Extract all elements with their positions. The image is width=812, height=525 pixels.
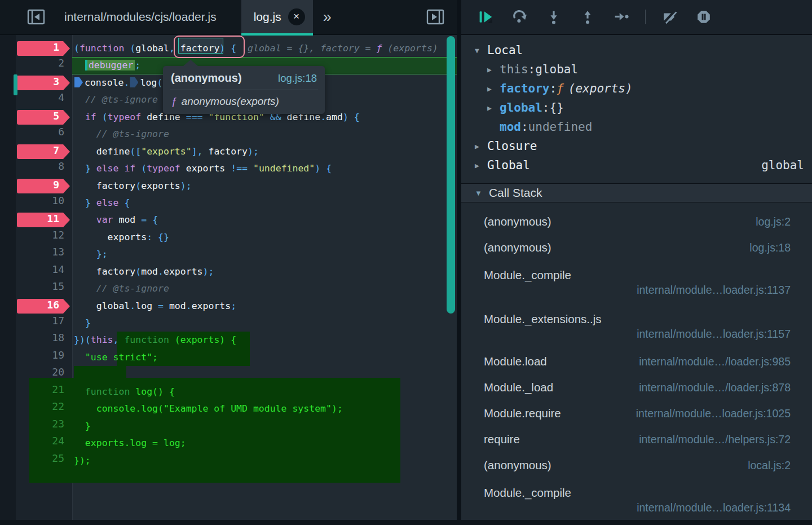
column-breakpoint-icon[interactable] — [130, 77, 138, 87]
call-stack-frame[interactable]: (anonymous)log.js:18 — [461, 235, 812, 261]
line-number[interactable]: 17 — [52, 315, 64, 327]
gutter-cell[interactable]: 25 — [0, 452, 72, 469]
gutter-cell[interactable]: 8 — [0, 160, 72, 177]
column-breakpoint-icon[interactable] — [74, 77, 83, 87]
chevron-right-icon[interactable]: ▶ — [475, 161, 487, 170]
gutter-cell[interactable]: 10 — [0, 195, 72, 211]
line-number[interactable]: 2 — [58, 57, 64, 69]
gutter-cell[interactable]: 12 — [0, 229, 72, 246]
breakpoint-badge[interactable]: 9 — [17, 179, 63, 193]
line-number[interactable]: 19 — [52, 349, 64, 361]
line-number[interactable]: 23 — [52, 418, 64, 430]
gutter-cell[interactable]: 11 — [0, 211, 72, 228]
line-number[interactable]: 21 — [52, 383, 64, 395]
line-number[interactable]: 6 — [58, 126, 64, 138]
line-number[interactable]: 10 — [52, 195, 64, 206]
gutter-cell[interactable]: 19 — [0, 349, 72, 366]
gutter-cell[interactable]: 7 — [0, 143, 72, 160]
breakpoint-badge[interactable]: 11 — [17, 213, 63, 227]
line-number[interactable]: 8 — [58, 160, 64, 172]
token-g: exports.log = log; — [74, 438, 186, 448]
line-number[interactable]: 4 — [58, 91, 64, 103]
breakpoint-badge[interactable]: 16 — [17, 299, 63, 314]
call-stack-frame[interactable]: Module._compileinternal/module…loader.js… — [461, 478, 812, 520]
chevron-right-icon[interactable]: ▶ — [487, 65, 500, 74]
call-stack-frame[interactable]: Module._loadinternal/module…/loader.js:8… — [461, 374, 812, 400]
step-over-icon[interactable] — [512, 10, 528, 24]
token-pl — [203, 146, 209, 157]
close-icon[interactable]: × — [288, 8, 305, 25]
line-number[interactable]: 20 — [52, 366, 64, 378]
chevron-right-icon[interactable]: ▶ — [487, 104, 500, 112]
gutter-cell[interactable]: 24 — [0, 435, 72, 452]
step-out-icon[interactable] — [580, 10, 595, 24]
call-stack-frame[interactable]: Module.loadinternal/module…/loader.js:98… — [461, 348, 812, 374]
gutter-cell[interactable]: 21 — [0, 383, 72, 400]
gutter-cell[interactable]: 23 — [0, 418, 72, 435]
breakpoint-badge[interactable]: 5 — [17, 110, 63, 125]
call-stack-frame[interactable]: Module._extensions..jsinternal/module…lo… — [461, 305, 812, 348]
token-pun: } — [85, 163, 91, 174]
scope-variable-mod[interactable]: mod: undefined — [461, 117, 812, 136]
gutter-cell[interactable]: 13 — [0, 246, 72, 263]
chevron-down-icon[interactable]: ▼ — [475, 46, 487, 55]
line-number[interactable]: 25 — [52, 452, 64, 464]
scope-variable-this[interactable]: ▶this: global — [461, 60, 812, 79]
gutter-cell[interactable]: 14 — [0, 263, 72, 280]
gutter-cell[interactable]: 3 — [0, 74, 72, 91]
editor-scrollbar-thumb[interactable] — [447, 36, 455, 314]
line-number[interactable]: 14 — [52, 263, 64, 275]
pause-on-exceptions-icon[interactable] — [696, 10, 712, 24]
more-tabs-icon[interactable]: » — [323, 10, 332, 25]
scope-section-closure[interactable]: ▶Closure — [461, 136, 812, 156]
line-number[interactable]: 15 — [52, 280, 64, 292]
breakpoint-badge[interactable]: 1 — [17, 41, 63, 56]
tab-log-js[interactable]: log.js × — [241, 0, 313, 34]
variable-name: global — [500, 101, 542, 114]
gutter-cell[interactable]: 18 — [0, 332, 72, 348]
line-number[interactable]: 12 — [52, 229, 64, 241]
call-stack-frame[interactable]: (anonymous)local.js:2 — [461, 452, 812, 478]
gutter-cell[interactable]: 9 — [0, 178, 72, 195]
resume-icon[interactable] — [478, 10, 494, 24]
gutter-cell[interactable]: 17 — [0, 315, 72, 332]
call-stack-frame[interactable]: Module._compileinternal/module…loader.js… — [461, 261, 812, 305]
breakpoint-badge[interactable]: 3 — [17, 76, 63, 90]
call-stack-frame[interactable]: Module.requireinternal/module…loader.js:… — [461, 400, 812, 426]
line-number[interactable]: 24 — [52, 435, 64, 447]
call-stack-header[interactable]: ▼ Call Stack — [461, 183, 812, 202]
expand-panel-icon[interactable] — [426, 9, 444, 25]
line-number[interactable]: 18 — [52, 332, 64, 343]
chevron-right-icon[interactable]: ▶ — [487, 85, 500, 93]
scope-section-local[interactable]: ▼Local — [461, 41, 812, 60]
scope-variable-global[interactable]: ▶global: {} — [461, 98, 812, 117]
panel-divider[interactable] — [457, 0, 461, 525]
breakpoint-badge[interactable]: 7 — [17, 144, 63, 159]
token-id: console — [85, 77, 124, 88]
line-number[interactable]: 22 — [52, 400, 64, 412]
token-pl — [119, 197, 125, 208]
token-pl — [74, 249, 96, 259]
gutter-cell[interactable]: 6 — [0, 126, 72, 143]
step-forward-icon[interactable] — [614, 10, 629, 24]
gutter-cell[interactable]: 20 — [0, 366, 72, 383]
scope-section-global[interactable]: ▶Globalglobal — [461, 156, 812, 175]
tooltip-source-link[interactable]: log.js:18 — [278, 72, 317, 85]
gutter-cell[interactable]: 15 — [0, 280, 72, 297]
chevron-right-icon[interactable]: ▶ — [475, 142, 487, 151]
deactivate-breakpoints-icon[interactable] — [662, 10, 678, 24]
gutter-cell[interactable]: 5 — [0, 109, 72, 126]
step-into-icon[interactable] — [546, 10, 562, 24]
token-id: exports — [108, 232, 147, 242]
collapse-panel-icon[interactable] — [27, 9, 45, 25]
gutter-cell[interactable]: 4 — [0, 91, 72, 108]
scope-variable-factory[interactable]: ▶factory: ƒ(exports) — [461, 79, 812, 98]
call-stack-frame[interactable]: requireinternal/module…/helpers.js:72 — [461, 426, 812, 452]
line-number[interactable]: 13 — [52, 246, 64, 258]
gutter-cell[interactable]: 2 — [0, 57, 72, 74]
gutter-cell[interactable]: 22 — [0, 400, 72, 417]
tab-loader-js[interactable]: internal/modules/cjs/loader.js — [64, 10, 217, 24]
call-stack-frame[interactable]: (anonymous)log.js:2 — [461, 209, 812, 235]
gutter-cell[interactable]: 1 — [0, 40, 72, 57]
gutter-cell[interactable]: 16 — [0, 298, 72, 315]
